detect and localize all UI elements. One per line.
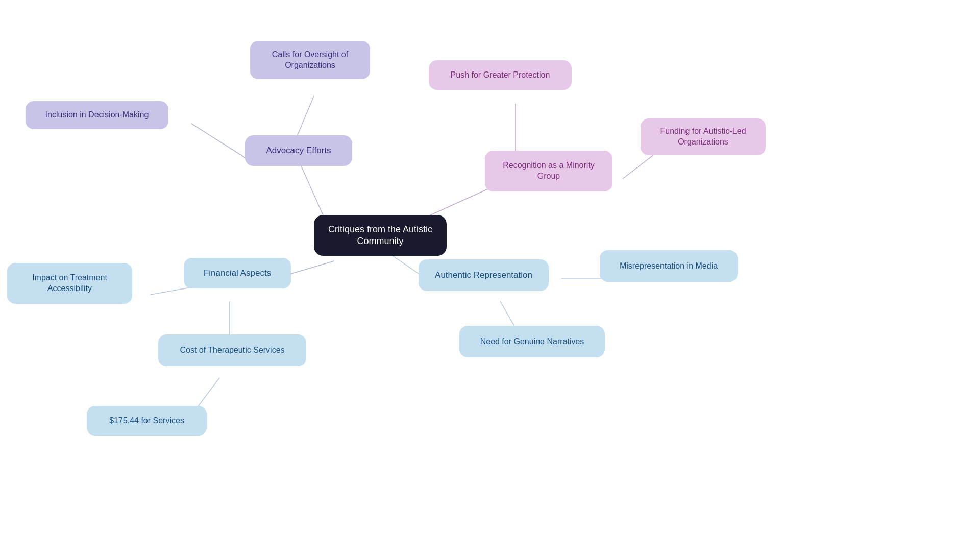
price-label: $175.44 for Services xyxy=(109,416,184,426)
cost-therapeutic-node: Cost of Therapeutic Services xyxy=(158,334,306,366)
push-protection-label: Push for Greater Protection xyxy=(451,70,550,81)
funding-label: Funding for Autistic-Led Organizations xyxy=(660,126,746,148)
impact-treatment-node: Impact on Treatment Accessibility xyxy=(7,263,132,304)
financial-node: Financial Aspects xyxy=(184,258,291,288)
advocacy-node: Advocacy Efforts xyxy=(245,135,352,166)
funding-node: Funding for Autistic-Led Organizations xyxy=(641,118,766,155)
misrep-media-label: Misrepresentation in Media xyxy=(620,261,718,272)
authentic-rep-label: Authentic Representation xyxy=(435,270,532,281)
inclusion-node: Inclusion in Decision-Making xyxy=(26,101,168,129)
advocacy-label: Advocacy Efforts xyxy=(266,145,331,156)
misrep-media-node: Misrepresentation in Media xyxy=(600,250,738,282)
impact-treatment-label: Impact on Treatment Accessibility xyxy=(32,273,107,294)
center-label: Critiques from the Autistic Community xyxy=(328,224,432,248)
inclusion-label: Inclusion in Decision-Making xyxy=(45,110,149,121)
svg-line-5 xyxy=(623,151,658,179)
authentic-rep-node: Authentic Representation xyxy=(419,259,549,291)
cost-therapeutic-label: Cost of Therapeutic Services xyxy=(180,345,284,356)
calls-oversight-node: Calls for Oversight of Organizations xyxy=(250,41,370,79)
genuine-narratives-label: Need for Genuine Narratives xyxy=(480,336,584,347)
center-node: Critiques from the Autistic Community xyxy=(314,215,447,256)
svg-line-2 xyxy=(191,124,250,161)
genuine-narratives-node: Need for Genuine Narratives xyxy=(459,326,605,357)
push-protection-node: Push for Greater Protection xyxy=(429,60,572,90)
price-node: $175.44 for Services xyxy=(87,406,207,436)
calls-oversight-label: Calls for Oversight of Organizations xyxy=(272,50,348,71)
recognition-node: Recognition as a Minority Group xyxy=(485,151,612,191)
recognition-label: Recognition as a Minority Group xyxy=(503,160,595,182)
financial-label: Financial Aspects xyxy=(204,268,271,279)
